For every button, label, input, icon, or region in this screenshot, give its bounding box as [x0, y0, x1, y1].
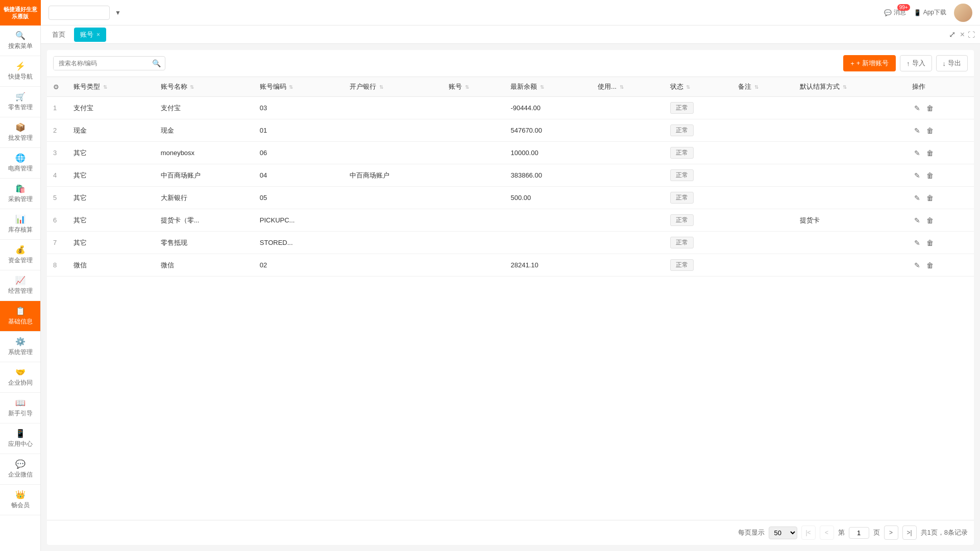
delete-button[interactable]: 🗑 — [924, 193, 936, 203]
delete-button[interactable]: 🗑 — [924, 148, 936, 158]
tab-expand-icon[interactable]: ⤢ — [949, 30, 955, 39]
sidebar-item-retail-mgmt[interactable]: 🛒 零售管理 — [0, 87, 40, 117]
row-actions: ✎ 🗑 — [906, 142, 974, 164]
delete-button[interactable]: 🗑 — [924, 260, 936, 270]
sidebar-item-app-center[interactable]: 📱 应用中心 — [0, 423, 40, 454]
col-bank[interactable]: 开户银行 ⇅ — [344, 77, 443, 97]
export-button[interactable]: ↓ 导出 — [936, 55, 968, 71]
tab-home-label: 首页 — [52, 30, 65, 39]
row-name: 微信 — [155, 254, 254, 277]
row-remark — [732, 119, 794, 142]
row-code: STORED... — [254, 232, 344, 254]
last-page-button[interactable]: >| — [902, 525, 917, 540]
first-page-button[interactable]: |< — [801, 525, 816, 540]
tab-account-label: 账号 — [80, 30, 93, 39]
edit-button[interactable]: ✎ — [912, 238, 922, 248]
user-avatar[interactable] — [954, 4, 972, 22]
prev-page-button[interactable]: < — [820, 525, 834, 540]
table-row: 3 其它 moneybosx 06 10000.00 正常 ✎ 🗑 — [47, 142, 974, 164]
row-default-settle — [794, 142, 906, 164]
message-button[interactable]: 💬 消息 99+ — [884, 8, 906, 17]
col-remark[interactable]: 备注 ⇅ — [732, 77, 794, 97]
sidebar-item-ecommerce-mgmt[interactable]: 🌐 电商管理 — [0, 148, 40, 179]
sidebar-item-basic-info[interactable]: 📋 基础信息 — [0, 301, 40, 332]
row-usage — [592, 164, 664, 187]
total-label: 共1页，8条记录 — [921, 528, 968, 537]
col-settings[interactable]: ⚙ — [47, 77, 67, 97]
edit-button[interactable]: ✎ — [912, 148, 922, 158]
toolbar-right: + + 新增账号 ↑ 导入 ↓ 导出 — [843, 55, 968, 71]
col-code[interactable]: 账号编码 ⇅ — [254, 77, 344, 97]
delete-button[interactable]: 🗑 — [924, 215, 936, 226]
row-type: 现金 — [67, 119, 155, 142]
tab-account[interactable]: 账号 × — [74, 28, 106, 42]
col-name[interactable]: 账号名称 ⇅ — [155, 77, 254, 97]
edit-button[interactable]: ✎ — [912, 193, 922, 203]
edit-button[interactable]: ✎ — [912, 260, 922, 270]
row-actions: ✎ 🗑 — [906, 254, 974, 277]
delete-button[interactable]: 🗑 — [924, 103, 936, 113]
edit-button[interactable]: ✎ — [912, 215, 922, 226]
sidebar-item-sys-mgmt[interactable]: ⚙️ 系统管理 — [0, 332, 40, 362]
sidebar-item-quick-nav[interactable]: ⚡ 快捷导航 — [0, 56, 40, 87]
status-badge: 正常 — [670, 147, 694, 159]
row-bank — [344, 209, 443, 232]
row-name: 现金 — [155, 119, 254, 142]
app-center-icon: 📱 — [3, 429, 38, 438]
col-action: 操作 — [906, 77, 974, 97]
row-actions: ✎ 🗑 — [906, 119, 974, 142]
col-balance[interactable]: 最新余额 ⇅ — [504, 77, 592, 97]
row-type: 其它 — [67, 187, 155, 209]
vip-member-icon: 👑 — [3, 490, 38, 499]
search-button[interactable]: 🔍 — [148, 59, 165, 67]
basic-info-icon: 📋 — [3, 306, 38, 316]
sidebar-item-enterprise-agreement[interactable]: 🤝 企业协同 — [0, 362, 40, 393]
row-account — [443, 119, 504, 142]
sidebar-item-label: 基础信息 — [3, 317, 38, 326]
sidebar-item-new-guide[interactable]: 📖 新手引导 — [0, 393, 40, 423]
next-page-button[interactable]: > — [884, 525, 898, 540]
sidebar-item-inventory-mgmt[interactable]: 📊 库存核算 — [0, 209, 40, 240]
delete-button[interactable]: 🗑 — [924, 170, 936, 181]
row-status: 正常 — [664, 142, 732, 164]
edit-button[interactable]: ✎ — [912, 103, 922, 113]
col-type[interactable]: 账号类型 ⇅ — [67, 77, 155, 97]
row-remark — [732, 97, 794, 119]
message-icon: 💬 — [884, 9, 892, 16]
sidebar-item-purchase-mgmt[interactable]: 🛍️ 采购管理 — [0, 179, 40, 209]
import-button[interactable]: ↑ 导入 — [900, 55, 932, 71]
tab-fullscreen-icon[interactable]: ⛶ — [968, 31, 975, 39]
app-download-button[interactable]: 📱 App下载 — [914, 8, 946, 17]
status-badge: 正常 — [670, 192, 694, 204]
tab-close-main-icon[interactable]: × — [960, 30, 965, 39]
edit-button[interactable]: ✎ — [912, 170, 922, 181]
topbar-dropdown[interactable]: ▼ — [115, 9, 121, 16]
row-num: 2 — [47, 119, 67, 142]
col-status[interactable]: 状态 ⇅ — [664, 77, 732, 97]
sidebar-item-capital-mgmt[interactable]: 💰 资金管理 — [0, 240, 40, 270]
table-body: 1 支付宝 支付宝 03 -90444.00 正常 ✎ 🗑 2 现金 现金 01… — [47, 97, 974, 277]
edit-button[interactable]: ✎ — [912, 126, 922, 136]
topbar-search-input[interactable] — [48, 6, 110, 20]
col-default-settle[interactable]: 默认结算方式 ⇅ — [794, 77, 906, 97]
sidebar-item-vip-member[interactable]: 👑 畅会员 — [0, 485, 40, 515]
column-settings-icon[interactable]: ⚙ — [53, 83, 59, 91]
sidebar-item-search-menu[interactable]: 🔍 搜索菜单 — [0, 26, 40, 56]
row-balance: 500.00 — [504, 187, 592, 209]
sidebar-item-enterprise-wechat[interactable]: 💬 企业微信 — [0, 454, 40, 485]
page-input[interactable] — [849, 527, 869, 539]
tab-home[interactable]: 首页 — [46, 28, 71, 42]
main-area: ▼ 💬 消息 99+ 📱 App下载 首页 账号 × ⤢ — [41, 0, 980, 551]
add-account-button[interactable]: + + 新增账号 — [843, 55, 896, 71]
row-usage — [592, 97, 664, 119]
search-input[interactable] — [54, 57, 148, 70]
col-account[interactable]: 账号 ⇅ — [443, 77, 504, 97]
delete-button[interactable]: 🗑 — [924, 126, 936, 136]
sidebar-item-operation-mgmt[interactable]: 📈 经营管理 — [0, 270, 40, 301]
tab-close-icon[interactable]: × — [96, 31, 100, 38]
col-usage[interactable]: 使用... ⇅ — [592, 77, 664, 97]
add-icon: + — [850, 60, 854, 67]
delete-button[interactable]: 🗑 — [924, 238, 936, 248]
sidebar-item-wholesale-mgmt[interactable]: 📦 批发管理 — [0, 117, 40, 148]
per-page-select[interactable]: 50 100 200 — [769, 527, 797, 539]
